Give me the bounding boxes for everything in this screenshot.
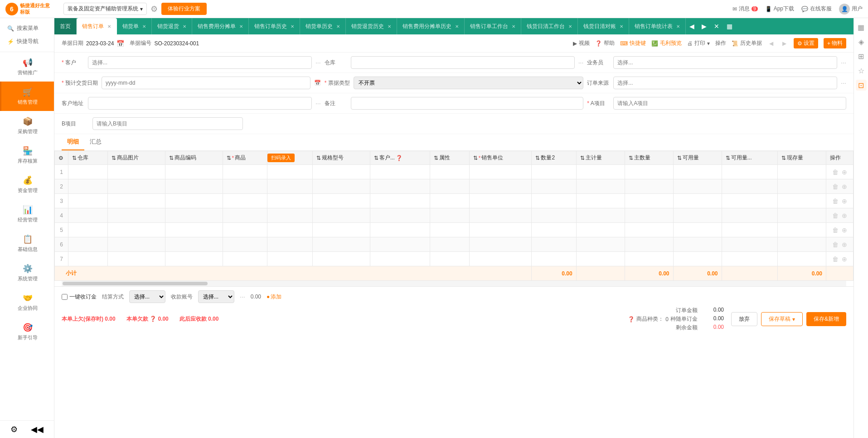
settings-button[interactable]: ⚙ 设置 — [794, 38, 818, 48]
save-new-button[interactable]: 保存&新增 — [806, 312, 846, 326]
scan-button[interactable]: 扫码录入 — [267, 154, 295, 162]
copy-row-icon[interactable]: ⊕ — [842, 226, 847, 234]
tab-close-icon[interactable]: ✕ — [336, 24, 340, 29]
tab-detail[interactable]: 明细 — [62, 134, 84, 150]
sidebar-item-purchase[interactable]: 📦 采购管理 — [0, 111, 54, 140]
tab-close-icon[interactable]: ✕ — [620, 24, 623, 29]
customer-input[interactable] — [88, 56, 312, 69]
tab-close-icon[interactable]: ✕ — [512, 24, 515, 29]
col-spec[interactable]: ⇅规格型号 — [313, 151, 370, 165]
sidebar-item-inventory[interactable]: 🏪 库存核算 — [0, 140, 54, 170]
sidebar-item-operations[interactable]: 📊 经营管理 — [0, 199, 54, 229]
col-image[interactable]: ⇅商品图片 — [108, 151, 165, 165]
sidebar-settings-icon[interactable]: ⚙ — [10, 424, 18, 434]
print-button[interactable]: 🖨 打印 ▾ — [687, 39, 710, 47]
calendar-icon[interactable]: 📅 — [116, 40, 124, 47]
copy-row-icon[interactable]: ⊕ — [842, 255, 847, 263]
delete-row-icon[interactable]: 🗑 — [832, 168, 839, 176]
message-button[interactable]: ✉ 消息 9 — [732, 5, 758, 13]
search-menu-button[interactable]: 🔍 搜索菜单 — [4, 22, 50, 35]
invoice-type-select[interactable]: 不开票 — [354, 77, 584, 89]
tab-expense-history[interactable]: 销售费用分摊单历史 ✕ — [397, 18, 465, 34]
one-click-checkbox[interactable]: 一键收订金 — [62, 293, 97, 301]
sidebar-item-sales[interactable]: 🛒 销售管理 — [0, 82, 54, 111]
customer-address-input[interactable] — [88, 97, 312, 110]
tab-menu-button[interactable]: ▦ — [723, 23, 736, 30]
tab-sales-order-history[interactable]: 销售订单历史 ✕ — [249, 18, 300, 34]
delete-row-icon[interactable]: 🗑 — [832, 255, 839, 263]
tab-summary[interactable]: 汇总 — [84, 134, 107, 150]
scroll-bar[interactable] — [62, 281, 846, 286]
tab-next-button[interactable]: ▶ — [698, 23, 710, 30]
right-tool-1[interactable]: ▦ — [856, 22, 867, 33]
right-tool-5[interactable]: ⊡ — [856, 80, 867, 91]
history-button[interactable]: 📜 历史单据 — [732, 39, 762, 47]
sidebar-collapse-icon[interactable]: ◀◀ — [31, 424, 44, 434]
col-settings[interactable]: ⚙ — [55, 151, 68, 165]
shortcut-button[interactable]: ⌨ 快捷键 — [620, 39, 646, 47]
settings-icon[interactable]: ⚙ — [150, 4, 158, 14]
tab-close-icon[interactable]: ✕ — [568, 24, 572, 29]
tab-close-icon[interactable]: ✕ — [676, 24, 680, 29]
col-main-qty[interactable]: ⇅主数量 — [625, 151, 673, 165]
col-warehouse[interactable]: ⇅仓库 — [68, 151, 108, 165]
tab-sales-return[interactable]: 销货退货 ✕ — [152, 18, 192, 34]
account-select[interactable]: 选择... — [198, 290, 234, 303]
sidebar-item-enterprise[interactable]: 🤝 企业协同 — [0, 288, 54, 317]
warehouse-more-icon[interactable]: ··· — [578, 59, 584, 66]
col-available[interactable]: ⇅可用量 — [673, 151, 722, 165]
payment-method-select[interactable]: 选择... — [129, 290, 165, 303]
copy-row-icon[interactable]: ⊕ — [842, 197, 847, 205]
delete-row-icon[interactable]: 🗑 — [832, 241, 839, 248]
help-button[interactable]: ❓ 帮助 — [595, 39, 615, 47]
user-avatar[interactable]: 👤 用户 — [839, 4, 863, 14]
copy-row-icon[interactable]: ⊕ — [842, 168, 847, 176]
online-service-button[interactable]: 💬 在线客服 — [801, 5, 832, 13]
order-source-input[interactable] — [613, 77, 837, 89]
col-unit[interactable]: ⇅*销售单位 — [469, 151, 532, 165]
tab-close-icon[interactable]: ✕ — [183, 24, 186, 29]
tab-close-icon[interactable]: ✕ — [388, 24, 391, 29]
save-draft-button[interactable]: 保存草稿 ▾ — [761, 312, 803, 326]
staff-more-icon[interactable]: ··· — [841, 59, 846, 66]
tab-cash-workbench[interactable]: 钱货日清工作台 ✕ — [521, 18, 578, 34]
add-payment-button[interactable]: ● 添加 — [267, 293, 281, 301]
remark-input[interactable] — [351, 97, 584, 110]
tab-sales-stat[interactable]: 销售订单统计表 ✕ — [629, 18, 686, 34]
tab-goods-history[interactable]: 销货单历史 ✕ — [300, 18, 346, 34]
solution-button[interactable]: 体验行业方案 — [161, 3, 207, 15]
right-tool-3[interactable]: ⊞ — [856, 51, 867, 62]
profit-preview-button[interactable]: 💹 毛利预览 — [651, 39, 682, 47]
tab-close-all-button[interactable]: ✕ — [710, 23, 723, 30]
col-stock[interactable]: ⇅现存量 — [777, 151, 826, 165]
tab-close-icon[interactable]: ✕ — [239, 24, 243, 29]
col-main-unit[interactable]: ⇅主计量 — [576, 151, 625, 165]
tab-sales-goods[interactable]: 销货单 ✕ — [117, 18, 152, 34]
order-source-more-icon[interactable]: ··· — [841, 79, 846, 87]
tab-close-icon[interactable]: ✕ — [455, 24, 459, 29]
tab-close-icon[interactable]: ✕ — [142, 24, 146, 29]
delivery-date-input[interactable] — [102, 77, 310, 89]
tab-prev-button[interactable]: ◀ — [686, 23, 698, 30]
sidebar-item-finance[interactable]: 💰 资金管理 — [0, 170, 54, 199]
col-qty2[interactable]: ⇅数量2 — [532, 151, 576, 165]
col-available2[interactable]: ⇅可用量... — [722, 151, 777, 165]
a-project-input[interactable] — [613, 97, 846, 110]
col-customer-code[interactable]: ⇅客户...❓ — [370, 151, 430, 165]
sidebar-item-marketing[interactable]: 📢 营销推广 — [0, 52, 54, 82]
view-video-button[interactable]: ▶ 视频 — [573, 39, 590, 47]
staff-input[interactable] — [613, 56, 837, 69]
col-code[interactable]: ⇅商品编码 — [165, 151, 223, 165]
date-icon[interactable]: 📅 — [314, 80, 321, 86]
address-more-icon[interactable]: ··· — [315, 100, 321, 107]
tab-home[interactable]: 首页 — [54, 18, 77, 34]
customer-more-icon[interactable]: ··· — [315, 59, 321, 66]
quick-nav-button[interactable]: ⚡ 快捷导航 — [4, 35, 50, 48]
tab-sales-order[interactable]: 销售订单 ✕ — [77, 18, 117, 34]
app-download-button[interactable]: 📱 App下载 — [765, 5, 794, 13]
col-product[interactable]: ⇅*商品 — [223, 151, 267, 165]
discard-button[interactable]: 放弃 — [731, 312, 757, 326]
tab-order-workbench[interactable]: 销售订单工作台 ✕ — [465, 18, 521, 34]
right-tool-2[interactable]: ◈ — [856, 36, 867, 47]
add-material-button[interactable]: + 物料 — [824, 38, 846, 48]
